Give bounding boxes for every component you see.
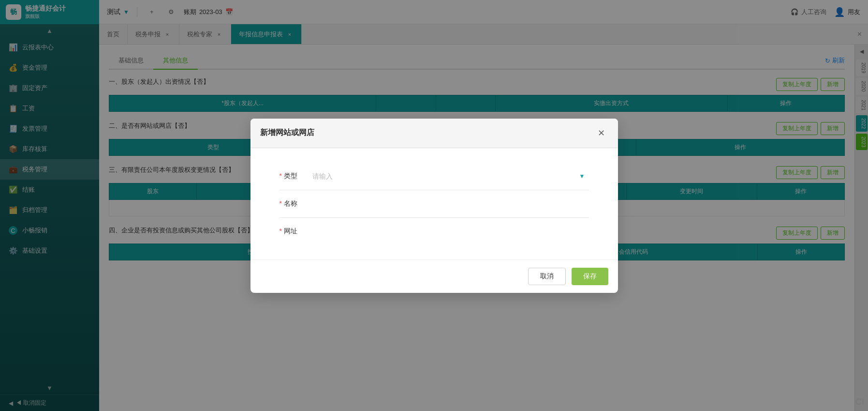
name-input-wrap — [309, 198, 589, 210]
modal-overlay: 新增网站或网店 ✕ * 类型 ▼ * 名称 — [0, 0, 868, 411]
required-star-type: * — [280, 172, 282, 180]
save-btn[interactable]: 保存 — [572, 268, 608, 285]
form-row-name: * 名称 — [280, 190, 589, 218]
modal-footer: 取消 保存 — [250, 259, 618, 293]
type-input[interactable] — [309, 170, 589, 182]
name-label: * 名称 — [280, 199, 309, 208]
type-label: * 类型 — [280, 172, 309, 181]
modal-header: 新增网站或网店 ✕ — [250, 119, 618, 148]
cancel-btn[interactable]: 取消 — [528, 268, 566, 285]
required-star-name: * — [280, 199, 282, 207]
modal-title: 新增网站或网店 — [260, 128, 314, 138]
form-row-url: * 网址 — [280, 218, 589, 245]
type-label-text: 类型 — [284, 172, 297, 180]
name-label-text: 名称 — [284, 199, 297, 207]
url-label-text: 网址 — [284, 227, 297, 235]
url-label: * 网址 — [280, 227, 309, 236]
url-input[interactable] — [309, 226, 589, 237]
modal-body: * 类型 ▼ * 名称 * — [250, 148, 618, 259]
add-website-modal: 新增网站或网店 ✕ * 类型 ▼ * 名称 — [250, 119, 618, 293]
type-input-wrap: ▼ — [309, 170, 589, 182]
form-row-type: * 类型 ▼ — [280, 163, 589, 190]
url-input-wrap — [309, 226, 589, 237]
modal-close-btn[interactable]: ✕ — [595, 126, 608, 140]
name-input[interactable] — [309, 198, 589, 210]
required-star-url: * — [280, 227, 282, 235]
